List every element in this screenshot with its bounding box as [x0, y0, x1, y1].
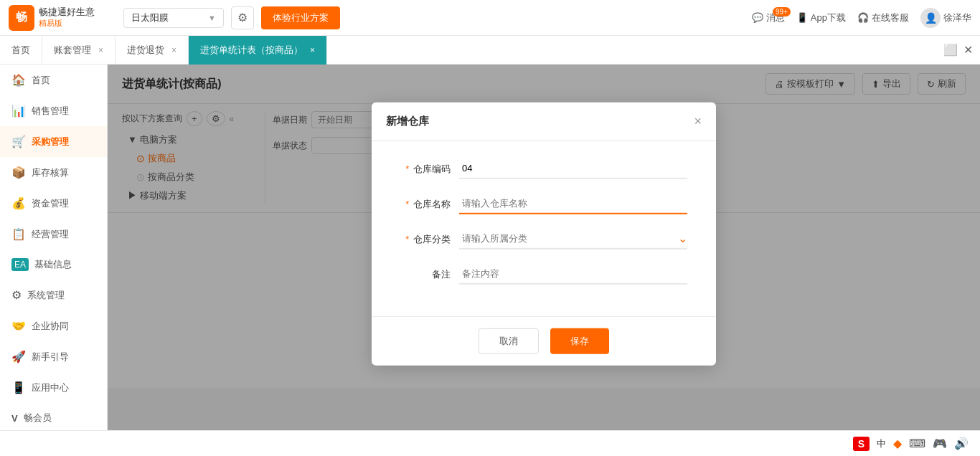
save-button[interactable]: 保存	[550, 328, 609, 354]
online-service-label: 在线客服	[872, 11, 909, 24]
sidebar-sales-label: 销售管理	[32, 105, 69, 118]
code-label-text: 仓库编码	[413, 163, 451, 174]
app-download-label: App下载	[811, 11, 846, 24]
phone-icon: 📱	[796, 12, 808, 23]
logo-text-area: 畅捷通好生意 精易版	[39, 6, 95, 29]
enterprise-icon: 🤝	[11, 319, 26, 333]
user-profile[interactable]: 👤 徐泽华	[920, 8, 971, 28]
sidebar-item-sales[interactable]: 📊 销售管理	[0, 95, 107, 126]
user-avatar: 👤	[920, 8, 941, 28]
sidebar-item-home[interactable]: 🏠 首页	[0, 65, 107, 95]
sidebar-item-app-center[interactable]: 📱 应用中心	[0, 372, 107, 403]
keyboard-icon: ⌨	[909, 437, 925, 450]
tab-purchase-return-close[interactable]: ×	[171, 45, 176, 55]
category-label-text: 仓库分类	[413, 233, 451, 244]
tab-restore-btn[interactable]: ⬜	[943, 43, 958, 57]
settings-button[interactable]: ⚙	[231, 6, 254, 29]
gamepad-icon: 🎮	[933, 437, 947, 450]
volume-icon: 🔊	[954, 437, 969, 450]
trial-button[interactable]: 体验行业方案	[261, 6, 340, 29]
sidebar-purchase-label: 采购管理	[32, 136, 69, 148]
category-dropdown-icon[interactable]: ⌄	[678, 232, 687, 245]
headset-icon: 🎧	[857, 12, 869, 23]
modal-title: 新增仓库	[386, 115, 429, 128]
home-icon: 🏠	[11, 73, 26, 87]
sidebar-item-system[interactable]: ⚙ 系统管理	[0, 280, 107, 310]
bottom-status-bar: S 中 ◆ ⌨ 🎮 🔊	[0, 430, 980, 456]
form-row-category: * 仓库分类 ⌄	[400, 229, 687, 250]
chevron-down-icon: ▼	[208, 14, 216, 22]
operations-icon: 📋	[11, 227, 26, 241]
logo-sub: 精易版	[39, 18, 95, 29]
inventory-icon: 📦	[11, 166, 26, 179]
vip-icon: V	[11, 413, 18, 424]
basic-info-icon: EA	[11, 258, 29, 271]
tab-purchase-stats[interactable]: 进货单统计表（按商品） ×	[189, 36, 327, 65]
purchase-icon: 🛒	[11, 135, 26, 148]
sidebar-operations-label: 经营管理	[32, 228, 69, 241]
category-input[interactable]	[459, 229, 678, 248]
guide-icon: 🚀	[11, 350, 26, 364]
remark-input[interactable]	[459, 264, 687, 285]
header-right: 💬 消息 99+ 📱 App下载 🎧 在线客服 👤 徐泽华	[752, 8, 971, 28]
tab-purchase-stats-close[interactable]: ×	[310, 45, 315, 55]
sidebar-item-enterprise[interactable]: 🤝 企业协同	[0, 310, 107, 341]
form-row-remark: 备注	[400, 264, 687, 285]
sidebar-item-guide[interactable]: 🚀 新手引导	[0, 341, 107, 372]
sidebar-item-vip[interactable]: V 畅会员	[0, 403, 107, 433]
name-label-text: 仓库名称	[413, 198, 451, 209]
modal-footer: 取消 保存	[372, 316, 716, 366]
username: 徐泽华	[943, 11, 971, 24]
sidebar-system-label: 系统管理	[27, 289, 65, 302]
dot-icon: ◆	[893, 437, 902, 450]
gear-icon: ⚙	[237, 11, 248, 24]
sidebar: 🏠 首页 📊 销售管理 🛒 采购管理 📦 库存核算 💰 资金管理 📋 经营管理 …	[0, 65, 108, 456]
sidebar-item-inventory[interactable]: 📦 库存核算	[0, 157, 107, 188]
message-badge: 99+	[773, 7, 791, 16]
sidebar-item-operations[interactable]: 📋 经营管理	[0, 219, 107, 250]
name-label: * 仓库名称	[400, 197, 451, 210]
store-name: 日太阳膜	[131, 11, 205, 24]
sidebar-finance-label: 资金管理	[32, 197, 69, 210]
form-row-code: * 仓库编码	[400, 158, 687, 179]
app-download-item[interactable]: 📱 App下载	[796, 11, 846, 24]
logo-letter: 畅	[16, 10, 27, 25]
modal-close-button[interactable]: ×	[694, 114, 702, 129]
message-item[interactable]: 💬 消息 99+	[752, 11, 785, 24]
tab-account[interactable]: 账套管理 ×	[42, 36, 116, 65]
sidebar-item-purchase[interactable]: 🛒 采购管理	[0, 126, 107, 157]
app-center-icon: 📱	[11, 381, 26, 394]
tab-purchase-return[interactable]: 进货退货 ×	[116, 36, 189, 65]
content-area: 进货单统计(按商品) 🖨 按模板打印 ▼ ⬆ 导出 ↻ 刷新	[108, 65, 980, 456]
remark-label: 备注	[400, 267, 451, 280]
sidebar-inventory-label: 库存核算	[32, 166, 69, 179]
sidebar-app-center-label: 应用中心	[32, 381, 69, 394]
modal-header: 新增仓库 ×	[372, 103, 716, 141]
finance-icon: 💰	[11, 196, 26, 210]
sidebar-item-basic-info[interactable]: EA 基础信息	[0, 250, 107, 280]
code-label: * 仓库编码	[400, 162, 451, 175]
form-row-name: * 仓库名称	[400, 194, 687, 214]
logo-text: 畅捷通好生意	[39, 6, 95, 19]
zh-label: 中	[877, 437, 886, 450]
tab-home[interactable]: 首页	[0, 36, 42, 65]
cancel-button[interactable]: 取消	[479, 328, 539, 354]
tab-purchase-return-label: 进货退货	[127, 44, 164, 57]
category-select-wrap: ⌄	[459, 229, 687, 250]
sidebar-basic-info-label: 基础信息	[34, 258, 72, 271]
warehouse-code-input[interactable]	[459, 158, 687, 179]
modal-body: * 仓库编码 * 仓库名称 * 仓库分类	[372, 141, 716, 316]
tab-bar: 首页 账套管理 × 进货退货 × 进货单统计表（按商品） × ⬜ ✕	[0, 36, 980, 65]
store-selector[interactable]: 日太阳膜 ▼	[123, 8, 224, 28]
sidebar-item-finance[interactable]: 💰 资金管理	[0, 188, 107, 219]
sidebar-enterprise-label: 企业协同	[32, 320, 69, 333]
online-service-item[interactable]: 🎧 在线客服	[857, 11, 909, 24]
warehouse-name-input[interactable]	[459, 194, 687, 214]
tab-home-label: 首页	[11, 44, 30, 57]
top-header: 畅 畅捷通好生意 精易版 日太阳膜 ▼ ⚙ 体验行业方案 💬 消息 99+ 📱 …	[0, 0, 980, 36]
system-icon: ⚙	[11, 288, 22, 302]
tab-close-all-btn[interactable]: ✕	[963, 43, 973, 57]
sidebar-vip-label: 畅会员	[24, 412, 52, 424]
tab-account-close[interactable]: ×	[98, 45, 103, 55]
sidebar-home-label: 首页	[32, 74, 50, 87]
